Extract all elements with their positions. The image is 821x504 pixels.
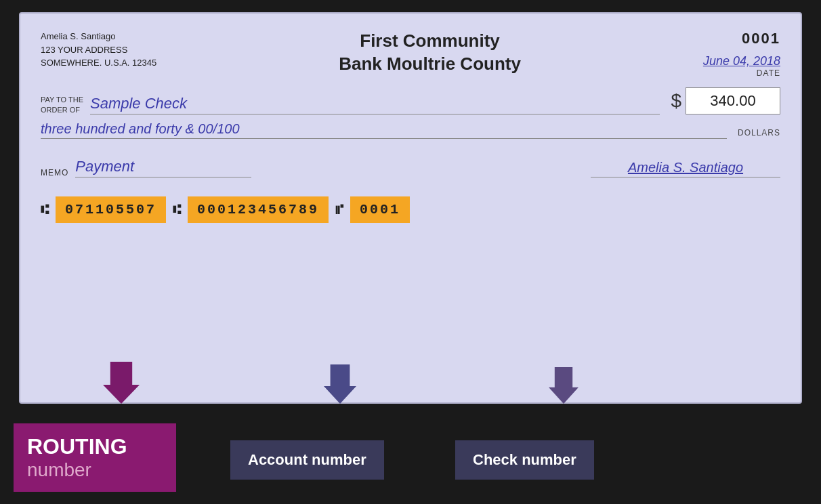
check-date: June 04, 2018 <box>703 54 780 68</box>
signature-line: Amelia S. Santiago <box>591 160 780 177</box>
pay-to-label: PAY TO THE ORDER OF <box>41 95 83 114</box>
check-arrow <box>549 367 578 404</box>
micr-routing: 071105507 <box>56 196 166 223</box>
memo-label: MEMO <box>41 168 68 177</box>
account-arrow <box>324 364 356 404</box>
written-amount: three hundred and forty & 00/100 <box>41 121 727 139</box>
payee-name: Sample Check <box>90 95 187 112</box>
micr-check-number: 0001 <box>350 196 410 223</box>
account-label-box: Account number <box>230 440 384 480</box>
bank-name: First Community Bank Moultrie County <box>339 30 521 76</box>
bank-info: First Community Bank Moultrie County <box>339 30 521 76</box>
check-label-text: Check number <box>473 451 576 468</box>
account-label-text: Account number <box>248 451 366 468</box>
date-area: June 04, 2018 DATE <box>703 54 780 78</box>
check-number-area: 0001 June 04, 2018 DATE <box>703 30 780 78</box>
check-number-display: 0001 <box>703 30 780 47</box>
written-amount-section: three hundred and forty & 00/100 DOLLARS <box>41 121 780 139</box>
routing-label-title: ROUTING <box>27 434 163 459</box>
routing-arrow <box>103 362 140 404</box>
dollars-label: DOLLARS <box>738 128 780 139</box>
date-label: DATE <box>703 68 780 78</box>
memo-section: MEMO Payment Amelia S. Santiago <box>41 158 780 177</box>
micr-section: ⑆ 071105507 ⑆ 000123456789 ⑈ 0001 <box>41 196 780 223</box>
sender-name: Amelia S. Santiago <box>41 30 156 43</box>
pay-to-section: PAY TO THE ORDER OF Sample Check $ 340.0… <box>41 87 780 114</box>
amount-section: $ 340.00 <box>671 87 780 114</box>
check-label-box: Check number <box>455 440 594 480</box>
micr-symbol-equals: ⑈ <box>335 202 343 217</box>
memo-line: Payment <box>75 158 251 177</box>
sender-info: Amelia S. Santiago 123 YOUR ADDRESS SOME… <box>41 30 156 70</box>
sender-address1: 123 YOUR ADDRESS <box>41 43 156 57</box>
signature-value: Amelia S. Santiago <box>628 160 743 175</box>
micr-symbol-left: ⑆ <box>41 202 49 217</box>
signature-area: Amelia S. Santiago <box>262 160 780 177</box>
micr-account: 000123456789 <box>188 196 329 223</box>
check-page: Amelia S. Santiago 123 YOUR ADDRESS SOME… <box>0 0 821 504</box>
check-header: Amelia S. Santiago 123 YOUR ADDRESS SOME… <box>41 30 780 78</box>
sender-address2: SOMEWHERE. U.S.A. 12345 <box>41 56 156 70</box>
routing-label-sub: number <box>27 459 163 481</box>
routing-label-box: ROUTING number <box>14 423 176 492</box>
memo-value: Payment <box>75 158 134 175</box>
amount-box: 340.00 <box>686 87 780 114</box>
pay-to-line: Sample Check <box>90 95 660 114</box>
micr-symbol-middle: ⑆ <box>173 202 181 217</box>
dollar-sign: $ <box>671 90 681 112</box>
check-document: Amelia S. Santiago 123 YOUR ADDRESS SOME… <box>19 12 802 404</box>
